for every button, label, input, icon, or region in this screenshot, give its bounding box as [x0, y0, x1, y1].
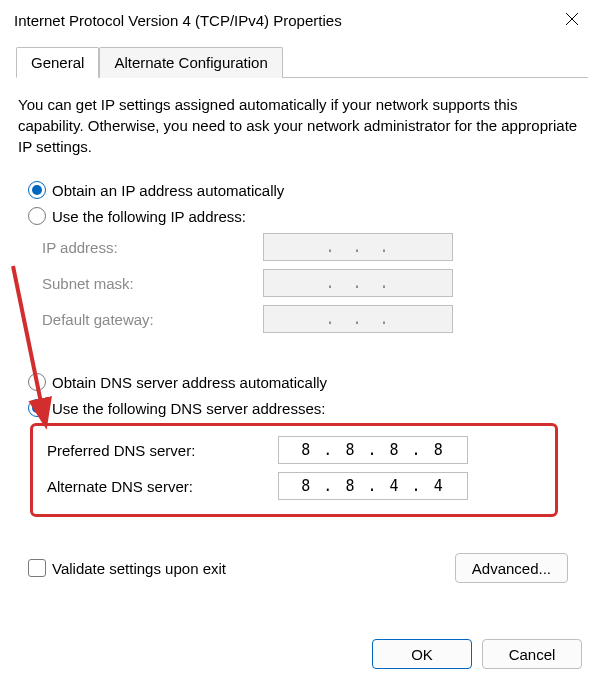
row-ip-address: IP address: ... [28, 229, 568, 265]
radio-icon [28, 207, 46, 225]
radio-dns-auto[interactable]: Obtain DNS server address automatically [28, 369, 568, 395]
gateway-input: ... [263, 305, 453, 333]
radio-dns-auto-label: Obtain DNS server address automatically [52, 374, 327, 391]
gateway-label: Default gateway: [28, 311, 263, 328]
radio-ip-manual[interactable]: Use the following IP address: [28, 203, 568, 229]
preferred-dns-input[interactable]: 8 . 8 . 8 . 8 [278, 436, 468, 464]
info-text: You can get IP settings assigned automat… [12, 92, 588, 173]
dialog-footer: OK Cancel [0, 626, 600, 682]
cancel-button[interactable]: Cancel [482, 639, 582, 669]
close-button[interactable] [558, 12, 586, 29]
alternate-dns-label: Alternate DNS server: [43, 478, 278, 495]
radio-icon [28, 181, 46, 199]
tab-general[interactable]: General [16, 47, 99, 78]
subnet-input: ... [263, 269, 453, 297]
titlebar: Internet Protocol Version 4 (TCP/IPv4) P… [0, 0, 600, 40]
dialog-content: General Alternate Configuration You can … [0, 40, 600, 623]
preferred-dns-label: Preferred DNS server: [43, 442, 278, 459]
radio-dns-manual[interactable]: Use the following DNS server addresses: [28, 395, 568, 421]
subnet-label: Subnet mask: [28, 275, 263, 292]
row-alternate-dns: Alternate DNS server: 8 . 8 . 4 . 4 [43, 468, 545, 504]
radio-ip-auto-label: Obtain an IP address automatically [52, 182, 284, 199]
checkbox-icon [28, 559, 46, 577]
annotation-highlight: Preferred DNS server: 8 . 8 . 8 . 8 Alte… [30, 423, 558, 517]
dns-group: Obtain DNS server address automatically … [28, 365, 582, 539]
radio-icon [28, 373, 46, 391]
row-preferred-dns: Preferred DNS server: 8 . 8 . 8 . 8 [43, 432, 545, 468]
bottom-row: Validate settings upon exit Advanced... [28, 549, 582, 597]
tabstrip: General Alternate Configuration [16, 46, 588, 78]
radio-ip-auto[interactable]: Obtain an IP address automatically [28, 177, 568, 203]
row-gateway: Default gateway: ... [28, 301, 568, 337]
ok-button[interactable]: OK [372, 639, 472, 669]
alternate-dns-input[interactable]: 8 . 8 . 4 . 4 [278, 472, 468, 500]
tab-alternate[interactable]: Alternate Configuration [99, 47, 282, 78]
row-subnet: Subnet mask: ... [28, 265, 568, 301]
validate-checkbox[interactable]: Validate settings upon exit [28, 555, 226, 581]
ip-group: Obtain an IP address automatically Use t… [28, 173, 582, 351]
window-title: Internet Protocol Version 4 (TCP/IPv4) P… [14, 12, 342, 29]
advanced-button[interactable]: Advanced... [455, 553, 568, 583]
radio-dns-manual-label: Use the following DNS server addresses: [52, 400, 325, 417]
radio-icon [28, 399, 46, 417]
validate-label: Validate settings upon exit [52, 560, 226, 577]
ip-address-label: IP address: [28, 239, 263, 256]
ip-address-input: ... [263, 233, 453, 261]
radio-ip-manual-label: Use the following IP address: [52, 208, 246, 225]
